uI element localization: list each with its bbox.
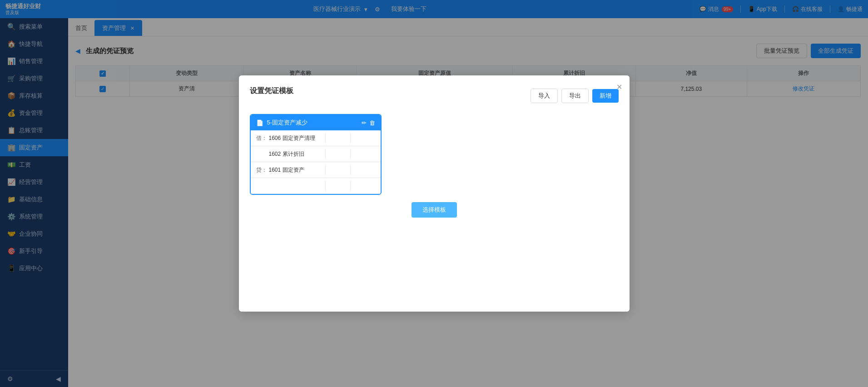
modal: 设置凭证模板 导入 导出 新增 ✕ [239, 75, 630, 312]
template-card: 📄 5-固定资产减少 ✏ 🗑 [250, 114, 382, 195]
main-area: 🔍 搜索菜单 🏠 快捷导航 📊 销售管理 🛒 采购管理 📦 库存核 [0, 18, 868, 387]
content-area: 首页 资产管理 ✕ ◀ 生成的凭证预览 [68, 18, 868, 387]
entry-account-3: 固定资产 [283, 166, 325, 174]
template-entry-2: 1602 累计折旧 [251, 146, 381, 162]
import-button[interactable]: 导入 [531, 89, 558, 103]
template-edit-icon[interactable]: ✏ [362, 119, 367, 126]
template-card-header: 📄 5-固定资产减少 ✏ 🗑 [251, 115, 381, 130]
new-template-button[interactable]: 新增 [592, 89, 619, 103]
entry-account-1: 固定资产清理 [283, 134, 325, 142]
app-wrapper: 畅捷通好业财 普及版 医疗器械行业演示 ▾ ⚙ 我要体验一下 💬 消息 99+ … [0, 0, 868, 387]
modal-close-button[interactable]: ✕ [616, 83, 622, 91]
select-template-button[interactable]: 选择模板 [412, 202, 457, 218]
entry-direction-3: 贷： [256, 166, 269, 174]
entry-code-1: 1606 [269, 135, 281, 141]
template-name: 5-固定资产减少 [267, 119, 308, 127]
template-header-left: 📄 5-固定资产减少 [256, 119, 308, 127]
entry-direction-1: 借： [256, 134, 269, 142]
template-entry-3: 贷： 1601 固定资产 [251, 162, 381, 178]
export-button[interactable]: 导出 [561, 89, 589, 103]
page-content: ◀ 生成的凭证预览 批量凭证预览 全部生成凭证 ✓ [68, 36, 868, 387]
entry-account-2: 累计折旧 [283, 150, 325, 158]
template-entry-1: 借： 1606 固定资产清理 [251, 130, 381, 146]
template-entry-4 [251, 178, 381, 194]
entry-code-3: 1601 [269, 167, 281, 173]
modal-title: 设置凭证模板 [250, 86, 293, 96]
template-delete-icon[interactable]: 🗑 [369, 119, 375, 126]
template-card-body: 借： 1606 固定资产清理 [251, 130, 381, 194]
modal-overlay: 设置凭证模板 导入 导出 新增 ✕ [68, 36, 868, 387]
template-header-right: ✏ 🗑 [362, 119, 375, 126]
entry-code-2: 1602 [269, 151, 281, 157]
template-doc-icon: 📄 [256, 119, 263, 126]
